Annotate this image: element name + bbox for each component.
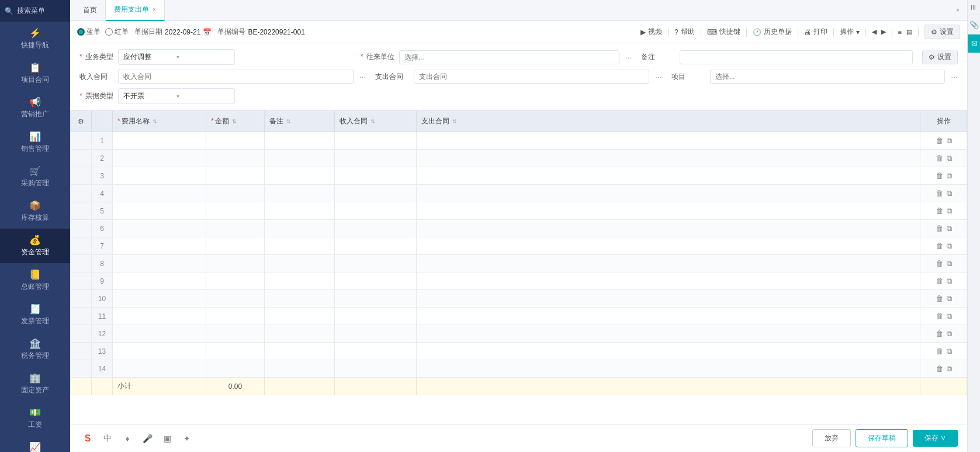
th-settings[interactable]: ⚙ (71, 111, 92, 132)
history-btn[interactable]: 🕐 历史单据 (753, 27, 792, 37)
row-expense-cell[interactable] (417, 272, 920, 290)
sidebar-search[interactable]: 🔍 搜索菜单 (0, 0, 70, 22)
radio-red-label[interactable]: 红单 (105, 27, 129, 37)
row-income-cell[interactable] (335, 132, 417, 150)
income-contract-input[interactable] (118, 70, 354, 84)
row-copy-icon[interactable]: ⧉ (947, 259, 952, 268)
row-delete-icon[interactable]: 🗑 (936, 241, 943, 251)
row-income-cell[interactable] (335, 343, 417, 360)
row-note-cell[interactable] (265, 308, 335, 325)
row-name-cell[interactable] (113, 308, 206, 325)
grid-icon[interactable]: ✦ (179, 430, 195, 447)
row-amount-cell[interactable] (206, 272, 265, 290)
row-delete-icon[interactable]: 🗑 (936, 154, 943, 163)
row-income-cell[interactable] (335, 202, 417, 220)
row-copy-icon[interactable]: ⧉ (947, 171, 952, 181)
row-income-cell[interactable] (335, 167, 417, 185)
row-name-cell[interactable] (113, 150, 206, 167)
row-delete-icon[interactable]: 🗑 (936, 259, 943, 268)
row-expense-cell[interactable] (417, 202, 920, 220)
row-copy-icon[interactable]: ⧉ (947, 312, 952, 321)
row-note-cell[interactable] (265, 360, 335, 378)
counterpart-input[interactable] (399, 50, 619, 64)
row-expense-cell[interactable] (417, 185, 920, 202)
sidebar-item-marketing[interactable]: 📢营销推广 (0, 91, 70, 125)
expense-contract-input[interactable] (414, 70, 649, 84)
row-copy-icon[interactable]: ⧉ (947, 206, 952, 216)
sidebar-item-tax[interactable]: 🏦税务管理 (0, 332, 70, 367)
row-name-cell[interactable] (113, 202, 206, 220)
expense-contract-more-icon[interactable]: ··· (655, 72, 662, 81)
row-expense-cell[interactable] (417, 343, 920, 360)
row-income-cell[interactable] (335, 237, 417, 255)
sidebar-item-sales[interactable]: 📊销售管理 (0, 125, 70, 160)
row-amount-cell[interactable] (206, 220, 265, 237)
row-income-cell[interactable] (335, 272, 417, 290)
row-name-cell[interactable] (113, 343, 206, 360)
row-copy-icon[interactable]: ⧉ (947, 136, 952, 146)
settings-btn[interactable]: ⚙ 设置 (924, 25, 960, 39)
tab-home[interactable]: 首页 (75, 0, 106, 21)
row-expense-cell[interactable] (417, 237, 920, 255)
project-more-icon[interactable]: ··· (951, 72, 958, 81)
sidebar-item-invoice[interactable]: 🧾发票管理 (0, 298, 70, 332)
row-delete-icon[interactable]: 🗑 (936, 347, 943, 356)
row-income-cell[interactable] (335, 185, 417, 202)
row-note-cell[interactable] (265, 132, 335, 150)
row-amount-cell[interactable] (206, 343, 265, 360)
row-name-cell[interactable] (113, 167, 206, 185)
copy-icon[interactable]: ▣ (159, 430, 175, 447)
row-name-cell[interactable] (113, 325, 206, 343)
row-amount-cell[interactable] (206, 185, 265, 202)
row-delete-icon[interactable]: 🗑 (936, 294, 943, 303)
radio-red-input[interactable] (105, 28, 113, 36)
row-note-cell[interactable] (265, 220, 335, 237)
calendar-icon[interactable]: 📅 (203, 28, 212, 36)
row-income-cell[interactable] (335, 308, 417, 325)
radio-blue-input[interactable] (77, 28, 85, 36)
row-copy-icon[interactable]: ⧉ (947, 294, 952, 303)
right-tab-3[interactable]: ✉ (968, 34, 980, 53)
row-copy-icon[interactable]: ⧉ (947, 364, 952, 374)
row-delete-icon[interactable]: 🗑 (936, 277, 943, 286)
row-copy-icon[interactable]: ⧉ (947, 277, 952, 286)
print-btn[interactable]: 🖨 打印 (804, 27, 827, 37)
radio-blue-label[interactable]: 蓝单 (77, 27, 101, 37)
row-copy-icon[interactable]: ⧉ (947, 329, 952, 339)
row-copy-icon[interactable]: ⧉ (947, 347, 952, 356)
sidebar-item-business[interactable]: 📈经营管理 (0, 436, 70, 452)
video-btn[interactable]: ▶ 视频 (640, 27, 662, 37)
help-btn[interactable]: ? 帮助 (674, 27, 695, 37)
row-name-cell[interactable] (113, 255, 206, 272)
row-amount-cell[interactable] (206, 255, 265, 272)
row-name-cell[interactable] (113, 272, 206, 290)
row-copy-icon[interactable]: ⧉ (947, 189, 952, 198)
mic-icon[interactable]: 🎤 (139, 430, 155, 447)
sort-amount-icon[interactable]: ⇅ (232, 119, 237, 125)
nav-next-btn[interactable]: ▶ (881, 28, 886, 36)
sidebar-item-quick-nav[interactable]: ⚡快捷导航 (0, 22, 70, 56)
tab-expense[interactable]: 费用支出单 × (106, 0, 165, 21)
save-btn[interactable]: 保存 ∨ (913, 430, 958, 447)
row-amount-cell[interactable] (206, 150, 265, 167)
chinese-icon[interactable]: 中 (99, 430, 116, 447)
row-income-cell[interactable] (335, 360, 417, 378)
sidebar-item-fixed-assets[interactable]: 🏢固定资产 (0, 367, 70, 401)
counterpart-more-icon[interactable]: ··· (625, 53, 632, 62)
note-input[interactable] (680, 50, 913, 64)
row-expense-cell[interactable] (417, 220, 920, 237)
row-amount-cell[interactable] (206, 325, 265, 343)
row-amount-cell[interactable] (206, 202, 265, 220)
row-note-cell[interactable] (265, 255, 335, 272)
discard-btn[interactable]: 放弃 (812, 429, 851, 447)
sidebar-item-purchase[interactable]: 🛒采购管理 (0, 160, 70, 194)
row-amount-cell[interactable] (206, 308, 265, 325)
row-copy-icon[interactable]: ⧉ (947, 224, 952, 233)
row-income-cell[interactable] (335, 325, 417, 343)
row-note-cell[interactable] (265, 290, 335, 308)
row-name-cell[interactable] (113, 360, 206, 378)
row-delete-icon[interactable]: 🗑 (936, 171, 943, 181)
row-amount-cell[interactable] (206, 237, 265, 255)
row-income-cell[interactable] (335, 150, 417, 167)
row-delete-icon[interactable]: 🗑 (936, 364, 943, 374)
